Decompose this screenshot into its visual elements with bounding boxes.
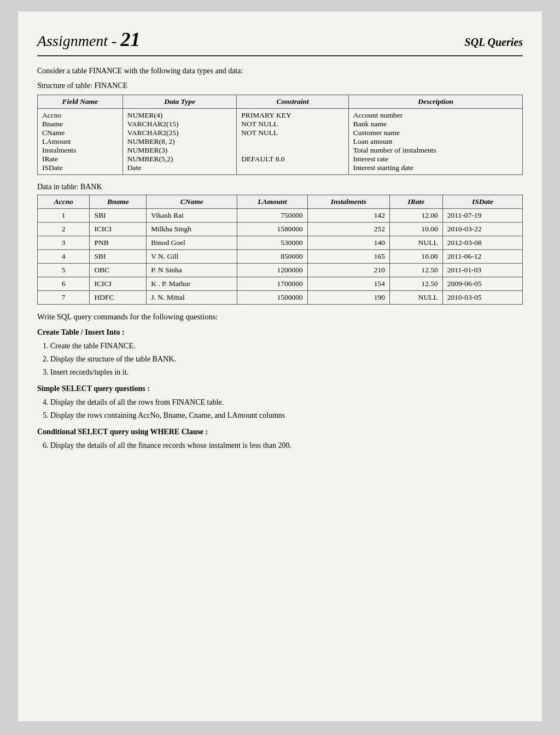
table-row: 1SBIVikash Rai75000014212.002011-07-19	[38, 209, 523, 223]
bank-col-header: IRate	[389, 195, 442, 209]
assignment-number: 21	[120, 28, 140, 50]
section-title-0: Create Table / Insert Into :	[37, 328, 523, 337]
bank-col-header: CName	[147, 195, 237, 209]
question-item: 3. Insert records/tuples in it.	[43, 366, 523, 378]
intro-line2: Structure of table: FINANCE	[37, 80, 523, 91]
bank-col-header: LAmount	[237, 195, 307, 209]
table-row: 7HDFCJ. N. Mittal1500000190NULL2010-03-0…	[38, 291, 523, 305]
bank-table: AccnoBnameCNameLAmountInstalmentsIRateIS…	[37, 195, 523, 305]
col-description: Description	[348, 95, 522, 109]
question-item: 5. Display the rows containing AccNo, Bn…	[43, 410, 523, 421]
col-data-type: Data Type	[122, 95, 236, 109]
bank-col-header: Accno	[38, 195, 90, 209]
assignment-label: Assignment -	[37, 32, 120, 49]
page-header: Assignment - 21 SQL Queries	[37, 28, 523, 56]
bank-col-header: Bname	[90, 195, 147, 209]
page-subtitle: SQL Queries	[465, 36, 523, 49]
section-questions-1: 4. Display the details of all the rows f…	[37, 396, 523, 421]
page: Assignment - 21 SQL Queries Consider a t…	[18, 11, 542, 722]
assignment-title: Assignment - 21	[37, 28, 140, 51]
structure-table: Field Name Data Type Constraint Descript…	[37, 95, 523, 175]
table-row: 3PNBBinod Goel530000140NULL2012-03-08	[38, 236, 523, 250]
table-row: 5OBCP. N Sinha120000021012.502011-01-03	[38, 264, 523, 277]
col-constraint: Constraint	[237, 95, 348, 109]
section-questions-2: 6. Display the details of all the financ…	[37, 440, 523, 451]
question-item: 1. Create the table FINANCE.	[43, 340, 523, 352]
section-questions-0: 1. Create the table FINANCE.2. Display t…	[37, 340, 523, 378]
table-row: 6ICICIK . P. Mathur170000015412.502009-0…	[38, 277, 523, 291]
table-row: 4SBIV N. Gill85000016510.002011-06-12	[38, 250, 523, 264]
section-title-2: Conditional SELECT query using WHERE Cla…	[37, 428, 523, 436]
question-item: 6. Display the details of all the financ…	[43, 440, 523, 451]
section-title-1: Simple SELECT query questions :	[37, 384, 523, 393]
data-label: Data in table: BANK	[37, 183, 523, 191]
sections-container: Create Table / Insert Into :1. Create th…	[37, 328, 523, 451]
table-row: AccnoBnameCNameLAmountInstalmentsIRateIS…	[38, 109, 523, 175]
question-item: 4. Display the details of all the rows f…	[43, 396, 523, 408]
bank-col-header: Instalments	[307, 195, 389, 209]
question-item: 2. Display the structure of the table BA…	[43, 353, 523, 365]
col-field-name: Field Name	[38, 95, 123, 109]
write-sql-label: Write SQL query commands for the followi…	[37, 312, 523, 322]
table-row: 2ICICIMilkha Singh158000025210.002010-03…	[38, 223, 523, 236]
intro-line1: Consider a table FINANCE with the follow…	[37, 65, 523, 77]
bank-col-header: ISDate	[442, 195, 522, 209]
